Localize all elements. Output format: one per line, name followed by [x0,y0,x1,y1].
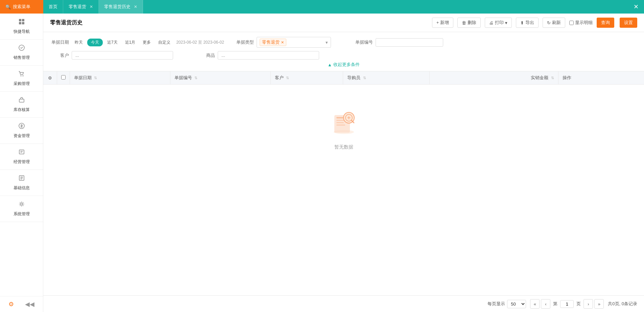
show-detail-checkbox[interactable] [569,21,574,25]
filter-bill-number-field: 单据编号 [354,38,489,47]
search-icon: 🔍 [5,4,11,9]
sidebar-item-finance-label: 资金管理 [14,133,30,139]
th-settings[interactable]: ⚙ [43,71,57,85]
filter-date-label: 单据日期 [50,39,69,45]
svg-point-11 [21,203,23,205]
tab-retail-return-close[interactable]: ✕ [90,4,93,9]
sidebar-item-sales[interactable]: 销售管理 [0,40,43,66]
settings-btn[interactable]: ⚙ [8,300,14,308]
sort-amount-icon: ⇅ [551,76,554,80]
sidebar-item-quick-nav-label: 快捷导航 [14,29,30,35]
table-wrap: ⚙ 单据日期 ⇅ 单据编号 ⇅ [43,71,644,295]
sidebar-item-basic-info[interactable]: 基础信息 [0,170,43,196]
page-first-btn[interactable]: « [530,299,540,309]
sort-guide-icon: ⇅ [363,76,366,80]
page-last-btn[interactable]: » [594,299,604,309]
date-btn-today[interactable]: 今天 [87,39,103,46]
date-btn-7days[interactable]: 近7天 [104,39,121,46]
th-amount[interactable]: 实销金额 ⇅ [429,71,558,85]
sort-bill-date-icon: ⇅ [94,76,97,80]
sidebar-item-operations-label: 经营管理 [14,159,30,165]
pagination-bar: 每页显示 10 20 50 100 « ‹ 第 1 页 › » 共0页, 0条记… [43,295,644,312]
new-btn[interactable]: + 新增 [432,18,453,28]
date-btn-yesterday[interactable]: 昨天 [72,39,86,46]
svg-point-5 [20,75,21,76]
table-settings-icon[interactable]: ⚙ [48,75,52,81]
delete-btn[interactable]: 🗑 删除 [457,18,481,28]
empty-state: 暂无数据 [43,85,644,171]
svg-rect-2 [19,22,21,24]
page-prev-btn[interactable]: ‹ [541,299,550,309]
th-action: 操作 [558,71,644,85]
filter-rows: 单据日期 昨天 今天 近7天 近1月 更多 自定义 2023-06-02 至 2… [50,37,637,60]
per-page-label: 每页显示 [487,301,505,307]
date-btn-1month[interactable]: 近1月 [122,39,139,46]
page-next-btn[interactable]: › [583,299,593,309]
th-checkbox[interactable] [57,71,70,85]
th-guide[interactable]: 导购员 ⇅ [343,71,430,85]
svg-rect-7 [19,99,24,102]
export-icon: ⬆ [520,20,524,25]
sidebar: 快捷导航 销售管理 采购管理 库存核算 资金管理 [0,14,43,312]
tab-home[interactable]: 首页 [43,0,63,14]
collapse-label: 收起更多条件 [333,62,360,68]
total-info: 共0页, 0条记录 [608,301,637,307]
tab-retail-return-history[interactable]: 零售退货历史 ✕ [99,0,143,14]
sidebar-bottom: ⚙ ◀◀ [0,296,43,312]
filter-bill-type-select[interactable]: 零售退货 ✕ ▾ [257,37,331,48]
tab-retail-return[interactable]: 零售退货 ✕ [63,0,99,14]
sort-customer-icon: ⇅ [286,76,289,80]
filter-bill-type-tag: 零售退货 ✕ [260,39,286,46]
sidebar-item-operations[interactable]: 经营管理 [0,144,43,170]
sidebar-item-basic-info-label: 基础信息 [14,185,30,191]
filter-date-field: 单据日期 昨天 今天 近7天 近1月 更多 自定义 2023-06-02 至 2… [50,39,224,46]
page-size-wrap: 每页显示 10 20 50 100 [487,300,526,308]
collapse-row: ▲ 收起更多条件 [50,60,637,69]
sidebar-item-sales-label: 销售管理 [14,55,30,61]
select-all-checkbox[interactable] [61,75,66,80]
show-detail-checkbox-wrap[interactable]: 显示明细 [569,20,593,26]
page-number-input[interactable]: 1 [560,300,574,308]
filter-bill-type-tag-remove[interactable]: ✕ [281,40,284,45]
svg-rect-17 [336,125,345,126]
show-detail-label: 显示明细 [575,20,593,26]
date-btn-custom[interactable]: 自定义 [155,39,173,46]
settings-action-btn[interactable]: 设置 [620,18,637,28]
sound-btn[interactable]: ◀◀ [25,300,34,308]
empty-icon [327,105,361,139]
basic-info-icon [18,175,25,183]
query-btn[interactable]: 查询 [597,18,614,28]
search-menu-label: 搜索菜单 [13,4,30,10]
filter-customer-label: 客户 [50,52,69,59]
filter-goods-field: 商品 [196,51,331,60]
export-btn[interactable]: ⬆ 导出 [516,18,539,28]
th-bill-date[interactable]: 单据日期 ⇅ [70,71,170,85]
tab-retail-return-history-close[interactable]: ✕ [134,4,137,9]
sidebar-item-purchase[interactable]: 采购管理 [0,66,43,92]
sort-bill-number-icon: ⇅ [194,76,197,80]
sidebar-item-quick-nav[interactable]: 快捷导航 [0,14,43,40]
search-menu-btn[interactable]: 🔍 搜索菜单 [0,0,43,14]
per-page-select[interactable]: 10 20 50 100 [507,300,526,308]
filter-goods-input[interactable] [218,51,319,60]
print-btn[interactable]: 🖨 打印 ▾ [485,18,512,28]
filter-customer-input[interactable] [72,51,173,60]
page-unit: 页 [576,301,581,307]
date-range-display: 2023-06-02 至 2023-06-02 [176,40,224,45]
sidebar-item-finance[interactable]: 资金管理 [0,118,43,144]
table-head: ⚙ 单据日期 ⇅ 单据编号 ⇅ [43,71,644,85]
page-nav: « ‹ 第 1 页 › » [530,299,604,309]
refresh-btn[interactable]: ↻ 刷新 [543,18,565,28]
date-btn-more[interactable]: 更多 [140,39,154,46]
th-customer[interactable]: 客户 ⇅ [270,71,343,85]
sidebar-item-system[interactable]: 系统管理 [0,196,43,222]
quick-nav-icon [18,18,25,27]
collapse-btn[interactable]: ▲ 收起更多条件 [328,62,360,68]
th-bill-number[interactable]: 单据编号 ⇅ [170,71,270,85]
operations-icon [18,149,25,157]
sidebar-item-inventory[interactable]: 库存核算 [0,92,43,118]
main-layout: 快捷导航 销售管理 采购管理 库存核算 资金管理 [0,14,644,312]
filter-bill-number-input[interactable] [376,38,443,47]
sidebar-item-purchase-label: 采购管理 [14,81,30,87]
window-close-btn[interactable]: ✕ [634,4,639,10]
